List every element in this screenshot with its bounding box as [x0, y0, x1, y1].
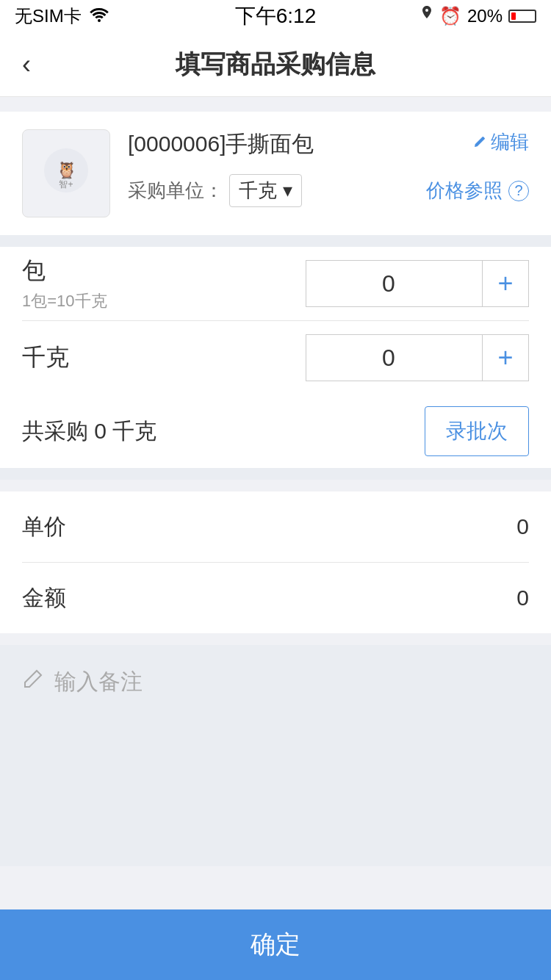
- summary-quantity: 0: [94, 419, 107, 443]
- pencil-icon: [22, 669, 43, 695]
- bao-label: 包: [22, 255, 110, 287]
- note-section[interactable]: 输入备注: [0, 645, 551, 719]
- section-divider-2: [0, 468, 551, 480]
- bao-plus-button[interactable]: +: [482, 260, 529, 307]
- unit-price-value: 0: [516, 514, 529, 539]
- section-divider-1: [0, 235, 551, 247]
- kg-plus-button[interactable]: +: [482, 334, 529, 381]
- status-bar-right: ⏰ 20%: [420, 6, 536, 26]
- amount-row: 金额 0: [0, 563, 551, 633]
- bao-input-row: 包 1包=10千克 +: [0, 247, 551, 320]
- note-placeholder: 输入备注: [54, 667, 143, 697]
- page-title: 填写商品采购信息: [176, 48, 375, 82]
- svg-text:🦉: 🦉: [57, 160, 77, 180]
- product-image: 🦉 智+: [22, 129, 110, 217]
- summary-unit: 千克: [112, 419, 156, 443]
- product-info: [0000006]手撕面包 编辑 采购单位： 千克 ▾ 价格参照 ?: [128, 129, 529, 207]
- nav-bar: ‹ 填写商品采购信息: [0, 32, 551, 97]
- edit-button[interactable]: 编辑: [472, 129, 529, 155]
- price-section: 单价 0 金额 0: [0, 491, 551, 633]
- kg-input-row: 千克 +: [0, 321, 551, 394]
- battery-label: 20%: [467, 6, 503, 26]
- amount-value: 0: [516, 586, 529, 610]
- summary-row: 共采购 0 千克 录批次: [0, 394, 551, 468]
- back-button[interactable]: ‹: [22, 42, 38, 87]
- product-id: [0000006]: [128, 131, 226, 156]
- confirm-button[interactable]: 确定: [0, 909, 551, 980]
- battery-icon: [508, 10, 536, 23]
- status-bar-time: 下午6:12: [235, 2, 317, 30]
- product-card: 🦉 智+ [0000006]手撕面包 编辑 采购单位： 千克 ▾: [0, 112, 551, 235]
- carrier-label: 无SIM卡: [15, 4, 82, 28]
- price-ref-button[interactable]: 价格参照 ?: [426, 178, 529, 203]
- kg-label: 千克: [22, 342, 110, 374]
- status-bar: 无SIM卡 下午6:12 ⏰ 20%: [0, 0, 551, 32]
- svg-text:智+: 智+: [59, 179, 73, 190]
- batch-button[interactable]: 录批次: [425, 406, 529, 456]
- unit-price-row: 单价 0: [0, 491, 551, 562]
- alarm-icon: ⏰: [439, 6, 461, 26]
- price-ref-help-icon: ?: [508, 181, 529, 201]
- bao-input[interactable]: [306, 260, 482, 307]
- input-section: 包 1包=10千克 + 千克 +: [0, 247, 551, 394]
- unit-label: 采购单位：: [128, 178, 223, 203]
- product-name: [0000006]手撕面包: [128, 129, 472, 159]
- unit-select[interactable]: 千克 ▾: [229, 174, 302, 207]
- unit-price-label: 单价: [22, 512, 66, 542]
- wifi-icon: [89, 6, 109, 26]
- kg-input[interactable]: [306, 334, 482, 381]
- summary-text: 共采购 0 千克: [22, 417, 156, 447]
- status-bar-left: 无SIM卡: [15, 4, 109, 28]
- bottom-space: [0, 719, 551, 866]
- product-title: 手撕面包: [226, 131, 314, 156]
- product-thumbnail: 🦉 智+: [40, 145, 92, 203]
- location-icon: [420, 6, 433, 26]
- bao-sub-label: 1包=10千克: [22, 290, 110, 312]
- amount-label: 金额: [22, 583, 66, 613]
